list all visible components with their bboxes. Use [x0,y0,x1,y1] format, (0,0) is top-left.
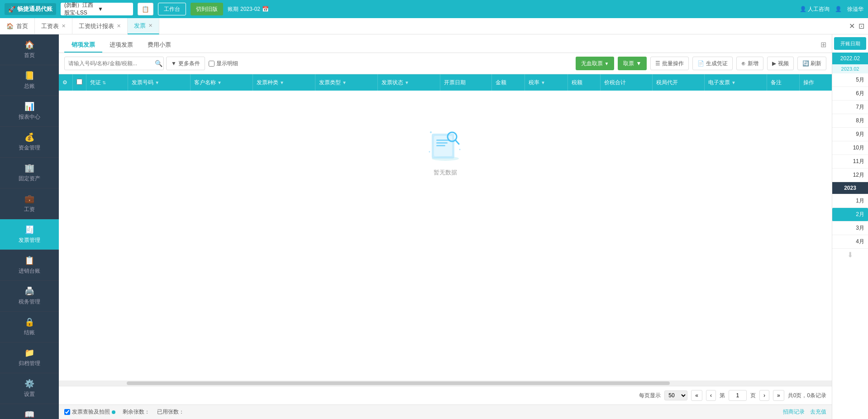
period-month-7[interactable]: 7月 [832,101,868,114]
period-subheader-2022[interactable]: 2023.02 [832,64,868,73]
th-invoice-type[interactable]: 发票种类 ▼ [253,74,315,91]
copy-button[interactable]: 📋 [138,3,153,15]
sales-icon: 📋 [24,255,34,265]
tab-invoice[interactable]: 发票 ✕ [128,18,159,34]
period-2023-month-4[interactable]: 4月 [832,235,868,249]
sidebar-item-settings[interactable]: ⚙️ 设置 [0,373,59,404]
period-month-12[interactable]: 12月 [832,169,868,182]
company-selector[interactable]: (勿删）江西股宝-LSS ▼ [61,3,133,15]
user-avatar[interactable]: 👤 [835,6,842,12]
period-2023-month-1[interactable]: 1月 [832,194,868,208]
th-settings[interactable]: ⚙ [59,74,72,91]
ticket-button[interactable]: 取票 ▼ [618,57,647,70]
user-name-link[interactable]: 徐溢华 [847,5,863,13]
th-voucher[interactable]: 凭证 ⇅ [86,74,128,91]
customer-filter-icon[interactable]: ▼ [217,80,222,85]
voucher-sort-icon[interactable]: ⇅ [102,80,106,85]
close-salary-stats-tab[interactable]: ✕ [117,23,121,29]
open-period-button[interactable]: 开账日期 [834,37,866,50]
sidebar-item-general-ledger[interactable]: 📒 总账 [0,65,59,96]
charge-record-link[interactable]: 招商记录 [783,408,805,416]
th-tax-code[interactable]: 税局代开 [653,74,705,91]
period-month-10[interactable]: 10月 [832,141,868,155]
sidebar-item-tax[interactable]: 🖨️ 税务管理 [0,281,59,312]
period-month-6[interactable]: 6月 [832,87,868,101]
period-2023-month-3[interactable]: 3月 [832,222,868,235]
next-page-button[interactable]: › [759,390,769,401]
period-2023-month-2[interactable]: 2月 [832,208,868,222]
new-button[interactable]: ⊕ 新增 [736,57,763,70]
verify-checkbox[interactable] [64,409,70,415]
status-filter-icon[interactable]: ▼ [405,80,409,85]
period-month-5[interactable]: 5月 [832,73,868,87]
search-button[interactable]: 🔍 [155,60,162,67]
th-tax-amount[interactable]: 税额 [568,74,601,91]
switch-version-button[interactable]: 切到旧版 [191,3,223,15]
horizontal-scrollbar[interactable] [59,380,832,386]
sub-tab-expense-receipt[interactable]: 费用小票 [140,38,178,53]
prev-page-button[interactable]: ‹ [706,390,716,401]
th-invoice-status[interactable]: 发票状态 ▼ [377,74,440,91]
th-amount[interactable]: 金额 [492,74,525,91]
tab-home[interactable]: 🏠 首页 [0,18,35,34]
calendar-icon[interactable]: 📅 [262,6,269,12]
h-scroll-thumb[interactable] [127,381,670,385]
maximize-icon[interactable]: ⊡ [858,22,864,30]
layout-icon[interactable]: ⊞ [820,41,826,48]
invoice-type-filter-icon[interactable]: ▼ [280,80,284,85]
taxrate-filter-icon[interactable]: ▼ [541,80,545,85]
sidebar-item-invoice-mgmt[interactable]: 🧾 发票管理 [0,219,59,250]
period-header-2022[interactable]: 2022.02 [832,53,868,64]
recharge-link[interactable]: 去充值 [810,408,826,416]
sidebar-item-funds[interactable]: 💰 资金管理 [0,127,59,158]
video-button[interactable]: ▶ 视频 [767,57,794,70]
search-input[interactable] [64,57,164,70]
select-all-checkbox[interactable] [76,79,82,85]
invoice-no-filter-icon[interactable]: ▼ [155,80,159,85]
sub-tab-purchase-invoice[interactable]: 进项发票 [102,38,140,53]
first-page-button[interactable]: « [691,390,702,401]
category-filter-icon[interactable]: ▼ [342,80,347,85]
workbench-button[interactable]: 工作台 [158,3,186,15]
footer-links: 招商记录 去充值 [783,408,826,416]
period-month-8[interactable]: 8月 [832,114,868,128]
th-tax-total[interactable]: 价税合计 [601,74,653,91]
show-detail-input[interactable] [209,61,215,67]
generate-voucher-button[interactable]: 📄 生成凭证 [692,57,733,70]
th-tax-rate[interactable]: 税率 ▼ [525,74,568,91]
page-input[interactable] [729,390,747,401]
page-size-select[interactable]: 50 10 20 100 [664,390,687,400]
th-open-date[interactable]: 开票日期 [440,74,492,91]
period-month-11[interactable]: 11月 [832,155,868,169]
period-month-9[interactable]: 9月 [832,128,868,141]
th-remark[interactable]: 备注 [767,74,799,91]
th-electronic[interactable]: 电子发票 ▼ [704,74,767,91]
support-link[interactable]: 👤 人工咨询 [800,5,830,13]
show-detail-checkbox[interactable]: 显示明细 [209,60,238,67]
notax-button[interactable]: 无血取票 ▼ [576,57,615,70]
sidebar-item-closing[interactable]: 🔒 结账 [0,312,59,342]
close-invoice-tab[interactable]: ✕ [148,23,153,29]
th-invoice-no[interactable]: 发票号码 ▼ [128,74,190,91]
close-window-icon[interactable]: ✕ [849,22,855,30]
more-filter-button[interactable]: ▼ 更多条件 [166,57,205,70]
th-invoice-category[interactable]: 发票类型 ▼ [315,74,377,91]
sidebar-item-salary[interactable]: 💼 工资 [0,188,59,219]
sidebar-item-reports[interactable]: 📊 报表中心 [0,96,59,127]
sidebar-item-fixed-assets[interactable]: 🏢 固定资产 [0,158,59,188]
batch-ops-button[interactable]: ☰ 批量操作 [650,57,689,70]
tab-salary[interactable]: 工资表 ✕ [35,18,72,34]
period-scroll-down[interactable]: ⬇ [832,249,868,261]
sidebar-item-archive[interactable]: 📁 归档管理 [0,342,59,373]
last-page-button[interactable]: » [773,390,784,401]
refresh-button[interactable]: 🔄 刷新 [797,57,826,70]
tab-salary-stats[interactable]: 工资统计报表 ✕ [72,18,128,34]
th-customer[interactable]: 客户名称 ▼ [190,74,253,91]
th-checkbox[interactable] [72,74,86,91]
sidebar-item-guide[interactable]: 📖 新手引导 [0,404,59,419]
sidebar-item-home[interactable]: 🏠 首页 [0,34,59,65]
close-salary-tab[interactable]: ✕ [62,23,66,29]
electronic-filter-icon[interactable]: ▼ [731,80,736,85]
sub-tab-sales-invoice[interactable]: 销项发票 [64,38,102,53]
sidebar-item-sales-purchase[interactable]: 📋 进销台账 [0,250,59,281]
